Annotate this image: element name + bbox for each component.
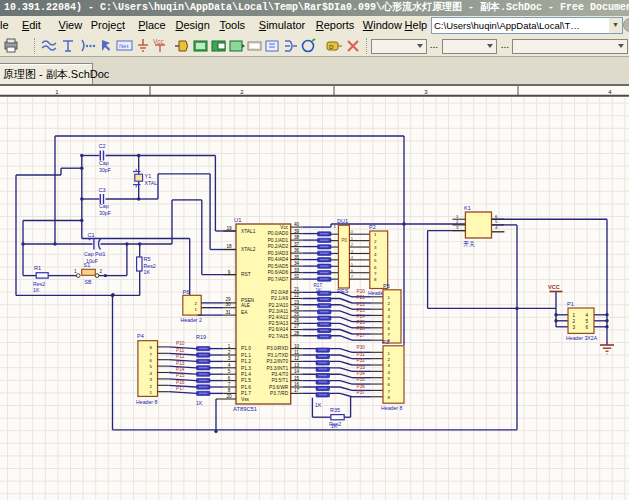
- svg-text:P2.0/A8: P2.0/A8: [271, 290, 288, 295]
- svg-text:9: 9: [228, 270, 231, 275]
- svg-text:23: 23: [294, 300, 300, 305]
- svg-text:1: 1: [228, 344, 231, 349]
- svg-text:P0.1/AD1: P0.1/AD1: [268, 238, 289, 243]
- svg-text:34: 34: [294, 261, 300, 266]
- svg-text:P16: P16: [176, 380, 185, 385]
- svg-text:P26: P26: [357, 326, 366, 331]
- svg-text:Res2: Res2: [33, 281, 45, 287]
- svg-text:6: 6: [228, 376, 231, 381]
- svg-text:7: 7: [351, 274, 354, 279]
- svg-text:P30: P30: [357, 345, 366, 350]
- svg-text:3: 3: [573, 325, 576, 330]
- svg-text:19: 19: [226, 226, 232, 231]
- svg-text:Res2: Res2: [144, 263, 156, 269]
- svg-text:5: 5: [495, 219, 498, 224]
- svg-text:P3.7/RD: P3.7/RD: [270, 391, 289, 396]
- svg-text:Y1: Y1: [145, 173, 152, 179]
- svg-text:R1: R1: [34, 265, 41, 271]
- svg-text:P32: P32: [357, 358, 366, 363]
- svg-text:17: 17: [294, 388, 300, 393]
- svg-text:P11: P11: [176, 348, 184, 353]
- svg-text:C2: C2: [99, 143, 106, 149]
- svg-text:1: 1: [573, 313, 576, 318]
- svg-text:S1: S1: [84, 262, 91, 268]
- svg-text:P25: P25: [357, 320, 366, 325]
- svg-text:P15: P15: [176, 373, 185, 378]
- svg-text:10: 10: [294, 344, 300, 349]
- svg-text:1: 1: [74, 269, 77, 274]
- svg-text:37: 37: [294, 242, 300, 247]
- svg-text:2: 2: [100, 269, 103, 274]
- svg-text:40: 40: [294, 222, 300, 227]
- svg-text:ALE: ALE: [241, 303, 250, 308]
- svg-text:5: 5: [228, 369, 231, 374]
- svg-text:P21: P21: [357, 295, 366, 300]
- svg-text:P0.0/AD0: P0.0/AD0: [268, 231, 289, 236]
- svg-text:P3.1/TXD: P3.1/TXD: [267, 353, 288, 358]
- svg-text:R5: R5: [144, 256, 151, 262]
- svg-text:16: 16: [294, 382, 300, 387]
- svg-text:7: 7: [228, 382, 231, 387]
- svg-text:P2.3/A11: P2.3/A11: [269, 309, 289, 314]
- svg-text:U1: U1: [234, 217, 241, 223]
- svg-text:P6: P6: [183, 289, 190, 295]
- svg-text:P24: P24: [357, 314, 366, 319]
- svg-text:SB: SB: [85, 279, 92, 285]
- svg-text:P3: P3: [382, 339, 389, 345]
- svg-text:25: 25: [294, 312, 300, 317]
- svg-text:XTAL1: XTAL1: [241, 229, 256, 234]
- svg-text:XTAL2: XTAL2: [241, 247, 256, 252]
- svg-text:P2.2/A10: P2.2/A10: [268, 303, 288, 308]
- svg-text:P3.2/INT0: P3.2/INT0: [267, 359, 289, 364]
- svg-text:P10: P10: [176, 341, 185, 346]
- svg-text:DU1: DU1: [337, 218, 348, 224]
- svg-text:P0.7/AD7: P0.7/AD7: [268, 277, 289, 282]
- svg-text:Vcc: Vcc: [280, 225, 289, 230]
- svg-text:13: 13: [294, 363, 300, 368]
- svg-text:31: 31: [225, 310, 231, 315]
- svg-text:22: 22: [294, 293, 300, 298]
- svg-text:1K: 1K: [315, 402, 322, 408]
- svg-text:P20: P20: [357, 289, 366, 294]
- svg-text:P2.4/A12: P2.4/A12: [268, 315, 288, 320]
- svg-text:32: 32: [294, 274, 300, 279]
- svg-text:38: 38: [294, 235, 300, 240]
- svg-text:P1: P1: [567, 301, 574, 307]
- svg-text:8: 8: [228, 388, 231, 393]
- svg-text:14: 14: [294, 369, 300, 374]
- svg-text:P1.7: P1.7: [241, 391, 251, 396]
- svg-text:P1.6: P1.6: [241, 385, 251, 390]
- svg-text:15: 15: [294, 376, 300, 381]
- svg-text:P1.3: P1.3: [241, 366, 251, 371]
- svg-text:21: 21: [294, 287, 300, 292]
- svg-text:P3.4/T0: P3.4/T0: [271, 372, 288, 377]
- svg-text:1K: 1K: [196, 400, 203, 406]
- svg-text:3: 3: [228, 356, 231, 361]
- svg-text:P0.6/AD6: P0.6/AD6: [268, 270, 289, 275]
- svg-text:28: 28: [294, 331, 300, 336]
- svg-text:1K: 1K: [144, 269, 151, 275]
- svg-text:12: 12: [294, 356, 300, 361]
- svg-text:P37: P37: [357, 390, 366, 395]
- svg-text:P2.7/A15: P2.7/A15: [268, 334, 288, 339]
- svg-text:39: 39: [294, 229, 300, 234]
- svg-text:4: 4: [228, 363, 231, 368]
- svg-text:P35: P35: [357, 377, 366, 382]
- svg-text:Cap: Cap: [99, 203, 109, 209]
- svg-text:Cap Pol1: Cap Pol1: [84, 251, 105, 257]
- svg-text:P22: P22: [357, 302, 366, 307]
- svg-text:Cap: Cap: [99, 160, 109, 166]
- svg-text:4: 4: [586, 313, 589, 318]
- svg-text:30: 30: [225, 302, 231, 307]
- svg-text:33: 33: [294, 268, 300, 273]
- svg-text:VCC: VCC: [548, 284, 560, 290]
- svg-text:35: 35: [294, 255, 300, 260]
- svg-text:Header 3X2A: Header 3X2A: [566, 335, 598, 341]
- svg-text:C1: C1: [88, 232, 95, 238]
- svg-text:开关: 开关: [463, 240, 475, 247]
- svg-text:P1.5: P1.5: [241, 378, 251, 383]
- svg-text:P0.5/AD5: P0.5/AD5: [268, 264, 289, 269]
- svg-text:P1.2: P1.2: [241, 359, 251, 364]
- svg-text:20: 20: [226, 394, 232, 399]
- svg-text:P2.6/A14: P2.6/A14: [268, 327, 288, 332]
